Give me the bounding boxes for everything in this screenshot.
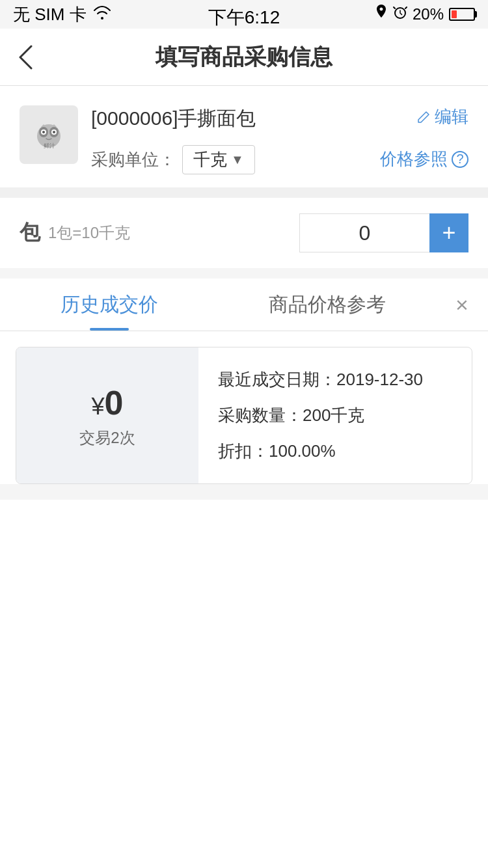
edit-button[interactable]: 编辑 (416, 105, 468, 128)
unit-dropdown[interactable]: 千克 ▼ (182, 145, 255, 174)
battery-icon (449, 8, 475, 21)
currency-symbol: ¥ (92, 393, 105, 420)
unit-label: 采购单位： (91, 148, 176, 171)
product-info: [0000006]手撕面包 采购单位： 千克 ▼ (91, 105, 256, 174)
price-amount: ¥0 (92, 383, 124, 422)
quantity-label: 包 1包=10千克 (20, 219, 130, 247)
discount-row: 折扣：100.00% (218, 439, 452, 464)
tab-product-price-ref[interactable]: 商品价格参考 (218, 278, 436, 331)
price-card-right: 最近成交日期：2019-12-30 采购数量：200千克 折扣：100.00% (198, 347, 472, 483)
quantity-input[interactable]: 0 (299, 213, 429, 252)
quantity-row: 包 1包=10千克 0 + (0, 198, 488, 268)
tab-close-button[interactable]: × (436, 278, 488, 331)
product-name: [0000006]手撕面包 (91, 105, 256, 132)
back-button[interactable] (18, 45, 33, 70)
tabs-section: 历史成交价 商品价格参考 × ¥0 交易2次 最近成交日期：2019-12-30… (0, 278, 488, 484)
status-time: 下午6:12 (208, 5, 280, 30)
quantity-control: 0 + (299, 213, 468, 252)
wifi-icon (93, 5, 111, 25)
product-left: 鲜汁 [0000006]手撕面包 采购单位： 千克 ▼ (20, 105, 256, 174)
svg-point-6 (42, 131, 45, 133)
svg-point-7 (53, 131, 55, 133)
unit-conversion: 1包=10千克 (48, 223, 130, 243)
location-icon (375, 5, 388, 24)
product-unit-row: 采购单位： 千克 ▼ (91, 145, 256, 174)
price-ref-help-icon: ? (452, 151, 468, 168)
price-card-left: ¥0 交易2次 (16, 347, 198, 483)
status-bar: 无 SIM 卡 下午6:12 20% (0, 0, 488, 29)
section-divider (0, 187, 488, 198)
trade-count: 交易2次 (79, 427, 135, 448)
svg-text:鲜汁: 鲜汁 (44, 142, 55, 149)
quantity-plus-button[interactable]: + (429, 213, 468, 252)
recent-date-row: 最近成交日期：2019-12-30 (218, 367, 452, 392)
alarm-icon (393, 5, 407, 23)
price-ref-button[interactable]: 价格参照 ? (380, 148, 468, 170)
dropdown-arrow-icon: ▼ (231, 152, 244, 167)
status-right: 20% (375, 5, 475, 24)
price-card: ¥0 交易2次 最近成交日期：2019-12-30 采购数量：200千克 折扣：… (16, 347, 472, 484)
product-header: 鲜汁 [0000006]手撕面包 采购单位： 千克 ▼ 编辑 (20, 105, 468, 174)
purchase-qty-row: 采购数量：200千克 (218, 403, 452, 428)
product-thumbnail: 鲜汁 (20, 105, 78, 164)
bottom-space (0, 500, 488, 868)
nav-bar: 填写商品采购信息 (0, 29, 488, 86)
quantity-unit: 包 (20, 219, 40, 247)
status-carrier: 无 SIM 卡 (13, 3, 111, 26)
tabs-header: 历史成交价 商品价格参考 × (0, 278, 488, 331)
page-title: 填写商品采购信息 (156, 42, 332, 72)
product-section: 鲜汁 [0000006]手撕面包 采购单位： 千克 ▼ 编辑 (0, 86, 488, 187)
tab-history-price[interactable]: 历史成交价 (0, 278, 218, 331)
battery-percent: 20% (413, 5, 444, 23)
